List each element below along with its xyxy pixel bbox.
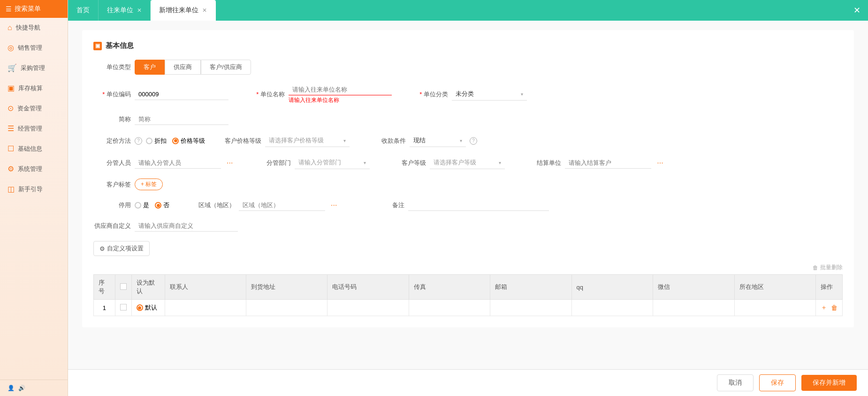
payment-help-icon[interactable]: ? — [470, 137, 477, 145]
unit-btn-supplier[interactable]: 供应商 — [165, 60, 201, 75]
pricing-radio-discount[interactable]: 折扣 — [146, 137, 167, 145]
save-button[interactable]: 保存 — [759, 374, 796, 391]
settlement-ellipsis[interactable]: ··· — [655, 159, 665, 167]
manager-ellipsis[interactable]: ··· — [225, 159, 235, 167]
address-input[interactable] — [251, 304, 322, 311]
supplier-custom-label: 供应商自定义 — [93, 222, 131, 230]
wechat-input[interactable] — [658, 304, 729, 311]
cell-email[interactable] — [490, 300, 571, 316]
tab-contacts-label: 往来单位 — [107, 6, 133, 15]
section-title: 基本信息 — [106, 41, 134, 50]
pricing-radio-discount-circle — [146, 138, 152, 144]
default-radio-circle[interactable] — [137, 304, 143, 311]
settlement-unit-input[interactable] — [565, 157, 651, 169]
region-input[interactable] — [239, 200, 325, 211]
sidebar-item-system[interactable]: ⚙ 系统管理 — [0, 159, 68, 179]
short-name-input[interactable] — [135, 114, 228, 125]
sidebar-item-sales[interactable]: ◎ 销售管理 — [0, 38, 68, 58]
unit-code-input[interactable] — [135, 89, 228, 100]
manager-input[interactable] — [135, 157, 221, 169]
cell-fax[interactable] — [409, 300, 490, 316]
department-select[interactable]: 请输入分管部门 ▾ — [295, 156, 370, 169]
save-add-button[interactable]: 保存并新增 — [801, 375, 857, 391]
window-close-button[interactable]: ✕ — [853, 5, 860, 16]
guide-icon: ◫ — [8, 185, 15, 194]
unit-category-label: 单位分类 — [411, 90, 448, 99]
fax-input[interactable] — [414, 304, 485, 311]
tab-contacts[interactable]: 往来单位 ✕ — [99, 0, 151, 21]
payment-terms-label: 收款条件 — [368, 137, 406, 145]
disabled-yes-label: 是 — [143, 201, 149, 210]
tab-new-contact[interactable]: 新增往来单位 ✕ — [151, 0, 216, 21]
sidebar-item-inventory[interactable]: ▣ 库存核算 — [0, 78, 68, 98]
add-row-button[interactable]: ＋ — [821, 303, 827, 312]
contact-input[interactable] — [170, 304, 241, 311]
short-name-row: 简称 — [93, 114, 843, 125]
unit-code-group: 单位编码 — [93, 89, 228, 100]
category-chevron-icon: ▾ — [521, 92, 523, 97]
customer-level-group: 客户等级 请选择客户等级 ▾ — [388, 156, 505, 169]
search-menu[interactable]: ☰ 搜索菜单 — [0, 0, 68, 18]
table-row: 1 默认 — [94, 300, 843, 316]
disabled-region-row: 停用 是 否 区域（地区） ··· — [93, 200, 843, 211]
disabled-radio-no[interactable]: 否 — [155, 201, 169, 210]
sidebar-item-quick-nav[interactable]: ⌂ 快捷导航 — [0, 18, 68, 38]
sidebar-item-label: 新手引导 — [18, 185, 43, 194]
tags-label: 客户标签 — [93, 180, 131, 189]
customer-level-select[interactable]: 请选择客户等级 ▾ — [430, 156, 505, 169]
unit-btn-both[interactable]: 客户/供应商 — [201, 60, 251, 75]
select-all-checkbox[interactable] — [120, 283, 127, 290]
payment-terms-select[interactable]: 现结 ▾ — [410, 134, 466, 147]
custom-settings-button[interactable]: ⚙ 自定义项设置 — [93, 241, 150, 256]
sidebar-item-label: 系统管理 — [18, 165, 42, 173]
region-ellipsis[interactable]: ··· — [329, 201, 339, 210]
cell-wechat[interactable] — [653, 300, 734, 316]
batch-delete-label[interactable]: 批量删除 — [820, 264, 843, 272]
sidebar-item-purchase[interactable]: 🛒 采购管理 — [0, 58, 68, 78]
customer-price-level-value: 请选择客户价格等级 — [269, 136, 342, 145]
gear-icon: ⚙ — [99, 245, 105, 252]
purchase-icon: 🛒 — [8, 63, 17, 72]
sidebar-item-basic-info[interactable]: ☐ 基础信息 — [0, 139, 68, 159]
customer-price-level-select[interactable]: 请选择客户价格等级 ▾ — [265, 134, 350, 147]
pricing-discount-label: 折扣 — [154, 137, 167, 145]
tab-new-contact-close[interactable]: ✕ — [202, 7, 207, 14]
unit-name-input[interactable] — [289, 84, 392, 95]
tab-contacts-close[interactable]: ✕ — [137, 7, 142, 14]
content-area: ▣ 基本信息 单位类型 客户 供应商 客户/供应商 单位编码 — [68, 21, 868, 369]
payment-chevron-icon: ▾ — [460, 138, 462, 143]
unit-btn-customer[interactable]: 客户 — [135, 60, 165, 75]
delete-row-button[interactable]: 🗑 — [831, 304, 838, 311]
tags-row: 客户标签 + 标签 — [93, 179, 843, 190]
cell-phone[interactable] — [327, 300, 409, 316]
cell-address[interactable] — [246, 300, 327, 316]
cell-contact[interactable] — [165, 300, 246, 316]
cell-region[interactable] — [734, 300, 815, 316]
sidebar-item-operations[interactable]: ☰ 经营管理 — [0, 118, 68, 139]
phone-input[interactable] — [332, 304, 404, 311]
qq-input[interactable] — [577, 304, 648, 311]
remarks-input[interactable] — [408, 200, 549, 211]
pricing-method-group: 定价方法 ? 折扣 价格等级 — [93, 137, 205, 145]
section-icon: ▣ — [93, 42, 102, 50]
row-checkbox[interactable] — [120, 304, 127, 311]
supplier-custom-input[interactable] — [135, 220, 238, 232]
sidebar-item-guide[interactable]: ◫ 新手引导 — [0, 179, 68, 199]
pricing-radio-level[interactable]: 价格等级 — [172, 137, 205, 145]
add-tag-button[interactable]: + 标签 — [135, 179, 163, 190]
sidebar-item-finance[interactable]: ⊙ 资金管理 — [0, 98, 68, 118]
cell-qq[interactable] — [571, 300, 653, 316]
customer-level-value: 请选择客户等级 — [434, 158, 497, 167]
col-address: 到货地址 — [246, 275, 327, 300]
disabled-radio-yes[interactable]: 是 — [135, 201, 149, 210]
cancel-button[interactable]: 取消 — [717, 374, 754, 391]
email-input[interactable] — [495, 304, 566, 311]
region-table-input[interactable] — [739, 304, 811, 311]
basic-info-icon: ☐ — [8, 144, 14, 153]
sidebar-item-label: 快捷导航 — [16, 23, 40, 32]
disabled-no-circle — [155, 202, 161, 209]
tab-home[interactable]: 首页 — [68, 0, 99, 21]
unit-category-select[interactable]: 未分类 ▾ — [452, 88, 527, 101]
cell-default: 默认 — [131, 300, 165, 316]
pricing-help-icon[interactable]: ? — [135, 137, 142, 145]
